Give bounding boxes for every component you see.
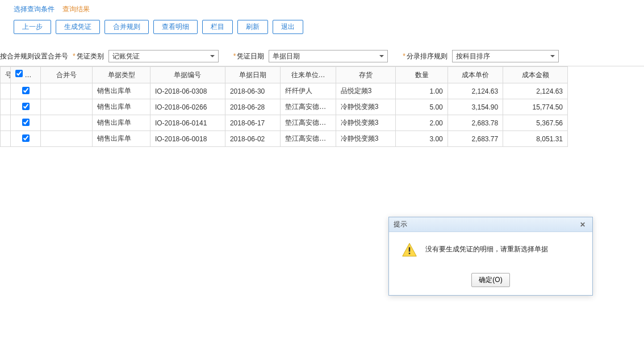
voucher-date-label: *凭证日期	[233, 52, 265, 61]
dialog-message: 没有要生成凭证的明细，请重新选择单据	[425, 242, 548, 254]
svg-rect-1	[409, 247, 410, 252]
cell-select	[11, 99, 41, 115]
dialog-titlebar: 提示 ✕	[389, 217, 592, 232]
sort-rule-label: *分录排序规则	[403, 52, 448, 61]
alert-dialog: 提示 ✕ 没有要生成凭证的明细，请重新选择单据 确定(O)	[388, 217, 593, 296]
result-table: 号 选择 合并号 单据类型 单据编号 单据日期 往来单位… 存货 数量 成本单价…	[0, 66, 568, 147]
row-checkbox[interactable]	[22, 87, 30, 94]
cell-idx	[1, 131, 11, 147]
col-stock-header: 存货	[336, 67, 396, 83]
dialog-close-icon[interactable]: ✕	[578, 221, 588, 229]
result-table-wrap: 号 选择 合并号 单据类型 单据编号 单据日期 往来单位… 存货 数量 成本单价…	[0, 66, 644, 147]
cell-price: 2,124.63	[448, 83, 503, 99]
cell-stock: 冷静悦变频3	[336, 115, 396, 131]
generate-voucher-button[interactable]: 生成凭证	[56, 20, 100, 34]
cell-mergeno	[41, 83, 93, 99]
cell-idx	[1, 99, 11, 115]
cell-select	[11, 115, 41, 131]
cell-billdate: 2018-06-30	[225, 83, 280, 99]
cell-billtype: 销售出库单	[93, 115, 150, 131]
cell-billtype: 销售出库单	[93, 83, 150, 99]
cell-qty: 5.00	[396, 99, 448, 115]
cell-qty: 3.00	[396, 131, 448, 147]
row-checkbox[interactable]	[22, 134, 30, 142]
col-mergeno-header: 合并号	[41, 67, 93, 83]
filter-row: 按合并规则设置合并号 *凭证类别 记账凭证 *凭证日期 单据日期 *分录排序规则…	[0, 40, 644, 66]
cell-price: 2,683.77	[448, 131, 503, 147]
cell-billtype: 销售出库单	[93, 99, 150, 115]
cell-billcode: IO-2018-06-0018	[150, 131, 225, 147]
row-checkbox[interactable]	[22, 103, 30, 110]
table-row[interactable]: 销售出库单IO-2018-06-01412018-06-17垫江高安德奇…冷静悦…	[1, 115, 568, 131]
dialog-ok-button[interactable]: 确定(O)	[471, 273, 509, 287]
voucher-date-select[interactable]: 单据日期	[269, 50, 388, 62]
cell-qty: 2.00	[396, 115, 448, 131]
cell-mergeno	[41, 115, 93, 131]
toolbar: 上一步 生成凭证 合并规则 查看明细 栏目 刷新 退出	[0, 16, 644, 40]
voucher-type-select[interactable]: 记账凭证	[108, 50, 219, 62]
cell-price: 3,154.90	[448, 99, 503, 115]
cell-billcode: IO-2018-06-0266	[150, 99, 225, 115]
cell-amount: 8,051.31	[503, 131, 568, 147]
cell-party: 垫江高安德奇…	[281, 99, 336, 115]
col-party-header: 往来单位…	[281, 67, 336, 83]
cell-select	[11, 131, 41, 147]
exit-button[interactable]: 退出	[273, 20, 303, 34]
merge-rule-button[interactable]: 合并规则	[104, 20, 149, 34]
col-billtype-header: 单据类型	[93, 67, 150, 83]
tab-query-result[interactable]: 查询结果	[62, 5, 90, 14]
col-amount-header: 成本金额	[503, 67, 568, 83]
col-billdate-header: 单据日期	[225, 67, 280, 83]
col-qty-header: 数量	[396, 67, 448, 83]
merge-no-label: 按合并规则设置合并号	[0, 52, 68, 61]
columns-button[interactable]: 栏目	[202, 20, 233, 34]
cell-party: 垫江高安德奇…	[281, 115, 336, 131]
cell-stock: 冷静悦变频3	[336, 131, 396, 147]
tab-select-conditions[interactable]: 选择查询条件	[14, 5, 55, 14]
cell-idx	[1, 115, 11, 131]
cell-stock: 冷静悦变频3	[336, 99, 396, 115]
cell-party: 纤纤伊人	[281, 83, 336, 99]
cell-billtype: 销售出库单	[93, 131, 150, 147]
warning-icon	[402, 242, 417, 258]
cell-stock: 品悦定频3	[336, 83, 396, 99]
cell-qty: 1.00	[396, 83, 448, 99]
tab-bar: 选择查询条件 查询结果	[0, 0, 644, 16]
voucher-type-label: *凭证类别	[73, 52, 104, 61]
cell-idx	[1, 83, 11, 99]
cell-billcode: IO-2018-06-0141	[150, 115, 225, 131]
svg-rect-2	[409, 252, 410, 254]
cell-mergeno	[41, 99, 93, 115]
cell-billdate: 2018-06-28	[225, 99, 280, 115]
dialog-title-text: 提示	[394, 220, 407, 229]
cell-billdate: 2018-06-17	[225, 115, 280, 131]
col-select-header: 选择	[11, 67, 41, 83]
prev-button[interactable]: 上一步	[14, 20, 51, 34]
select-all-checkbox[interactable]	[15, 70, 23, 77]
col-billcode-header: 单据编号	[150, 67, 225, 83]
table-row[interactable]: 销售出库单IO-2018-06-02662018-06-28垫江高安德奇…冷静悦…	[1, 99, 568, 115]
cell-amount: 2,124.63	[503, 83, 568, 99]
cell-mergeno	[41, 131, 93, 147]
cell-price: 2,683.78	[448, 115, 503, 131]
cell-billcode: IO-2018-06-0308	[150, 83, 225, 99]
cell-party: 垫江高安德奇…	[281, 131, 336, 147]
sort-rule-select[interactable]: 按科目排序	[452, 50, 559, 62]
table-row[interactable]: 销售出库单IO-2018-06-00182018-06-02垫江高安德奇…冷静悦…	[1, 131, 568, 147]
refresh-button[interactable]: 刷新	[237, 20, 268, 34]
row-checkbox[interactable]	[22, 119, 30, 126]
view-detail-button[interactable]: 查看明细	[153, 20, 198, 34]
table-row[interactable]: 销售出库单IO-2018-06-03082018-06-30纤纤伊人品悦定频31…	[1, 83, 568, 99]
col-idx-header: 号	[1, 67, 11, 83]
col-price-header: 成本单价	[448, 67, 503, 83]
cell-billdate: 2018-06-02	[225, 131, 280, 147]
cell-select	[11, 83, 41, 99]
cell-amount: 15,774.50	[503, 99, 568, 115]
cell-amount: 5,367.56	[503, 115, 568, 131]
